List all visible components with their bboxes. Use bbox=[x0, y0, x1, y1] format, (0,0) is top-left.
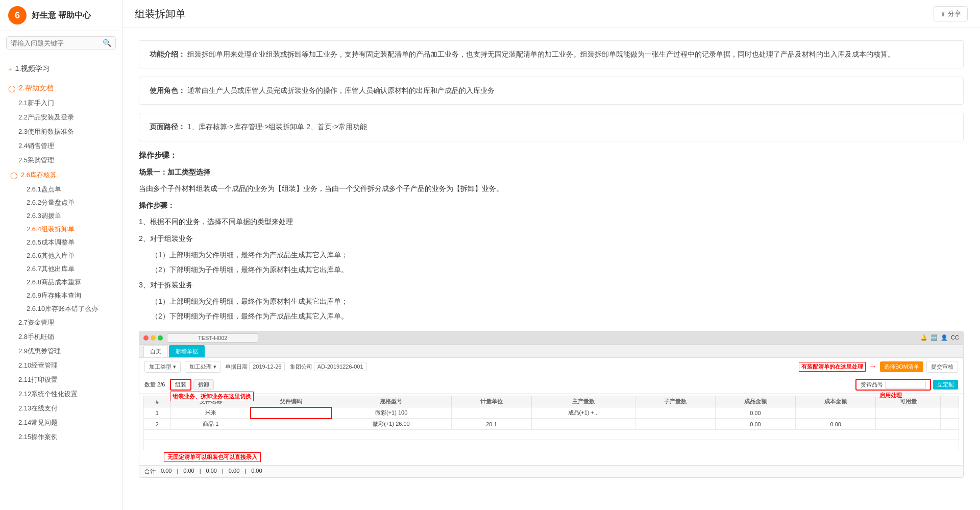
ss-th-main-qty: 主产量数 bbox=[531, 396, 635, 407]
ss-btn-submit[interactable]: 提交审核 bbox=[926, 361, 958, 373]
ss-annotation4: 无固定清单可以组装也可以直接录入 bbox=[164, 452, 261, 462]
ss-annotation3-area: 货帮品号 立定配 bbox=[855, 379, 958, 391]
ss-td-2-name: 商品 1 bbox=[170, 419, 251, 430]
ss-td-2-prodamt: 0.00 bbox=[715, 419, 795, 430]
scene1-desc: 当由多个子件材料组装成一个成品的业务为【组装】业务，当由一个父件拆分成多个子产品… bbox=[139, 182, 964, 196]
role-label: 使用角色： bbox=[150, 86, 185, 94]
sidebar-item-2-6-5[interactable]: 2.6.5成本调整单 bbox=[18, 236, 122, 249]
sidebar-item-2-6-6[interactable]: 2.6.6其他入库单 bbox=[18, 249, 122, 262]
ss-bottom-sep2: | bbox=[200, 468, 201, 475]
steps-header: 操作步骤： bbox=[139, 151, 964, 160]
sidebar-item-2-2[interactable]: 2.2产品安装及登录 bbox=[10, 110, 122, 125]
step3: 3、对于拆装业务 bbox=[139, 278, 964, 292]
share-button[interactable]: ⇧ 分享 bbox=[934, 6, 968, 21]
logo-icon: 6 bbox=[8, 6, 27, 25]
search-input[interactable] bbox=[11, 39, 103, 47]
sidebar-item-2-6[interactable]: ◯ 2.6库存核算 bbox=[10, 167, 122, 183]
ss-td-1-op bbox=[941, 407, 959, 419]
sidebar-item-2-11[interactable]: 2.11打印设置 bbox=[10, 373, 122, 387]
sidebar-item-docs[interactable]: ◯ 2.帮助文档 bbox=[0, 81, 122, 96]
ss-arrow-right: → bbox=[869, 362, 877, 371]
ss-th-op bbox=[941, 396, 959, 407]
ss-tab-list[interactable]: 自页 bbox=[143, 345, 168, 357]
sidebar-item-2-4[interactable]: 2.4销售管理 bbox=[10, 139, 122, 153]
ss-tab-new[interactable]: 新增单据 bbox=[169, 345, 205, 357]
sidebar-item-video[interactable]: + 1.视频学习 bbox=[0, 61, 122, 77]
sidebar-item-2-7[interactable]: 2.7资金管理 bbox=[10, 315, 122, 330]
minus-icon-2: ◯ bbox=[8, 85, 16, 92]
ss-th-cost-amt: 成本金额 bbox=[796, 396, 876, 407]
ss-btn-type[interactable]: 加工类型 ▾ bbox=[144, 361, 181, 373]
sidebar-item-2-13[interactable]: 2.13在线支付 bbox=[10, 401, 122, 416]
ss-td-1-num: 1 bbox=[144, 407, 171, 419]
intro-block: 功能介绍： 组装拆卸单用来处理企业组装或拆卸等加工业务，支持有固定装配清单的产品… bbox=[139, 40, 964, 68]
ss-td-empty-1 bbox=[144, 430, 959, 440]
sidebar-item-2-3[interactable]: 2.3使用前数据准备 bbox=[10, 125, 122, 139]
path-block: 页面路径： 1、库存核算->库存管理->组装拆卸单 2、首页->常用功能 bbox=[139, 113, 964, 141]
ss-bottom-row: 合计 0.00 | 0.00 | 0.00 | 0.00 | 0.00 bbox=[139, 465, 963, 477]
sidebar-item-2-15[interactable]: 2.15操作案例 bbox=[10, 430, 122, 444]
sidebar-item-2-6-9[interactable]: 2.6.9库存账本查询 bbox=[18, 289, 122, 302]
ss-url-bar: TEST-H002 bbox=[167, 333, 258, 343]
ss-window-bar: TEST-H002 🔔 🆕 👤 CC bbox=[139, 331, 963, 345]
sidebar-item-2-6-10[interactable]: 2.6.10库存账本错了么办 bbox=[18, 302, 122, 315]
sidebar-item-2-6-7[interactable]: 2.6.7其他出库单 bbox=[18, 262, 122, 276]
content-area: 功能介绍： 组装拆卸单用来处理企业组装或拆卸等加工业务，支持有固定装配清单的产品… bbox=[122, 28, 980, 510]
sidebar-item-label-1: 1.视频学习 bbox=[15, 64, 50, 74]
sidebar-item-2-8[interactable]: 2.8手机旺铺 bbox=[10, 330, 122, 344]
ss-td-1-name: 米米 bbox=[170, 407, 251, 419]
table-row: 1 米米 微彩(+1) 100 成品(+1) +... 0.00 bbox=[144, 407, 959, 419]
ss-startup-input[interactable] bbox=[885, 381, 926, 388]
ss-td-2-costamt: 0.00 bbox=[796, 419, 876, 430]
ss-type-dis[interactable]: 拆卸 bbox=[193, 379, 214, 390]
ss-td-1-subqty bbox=[635, 407, 715, 419]
sidebar-item-2-5[interactable]: 2.5采购管理 bbox=[10, 153, 122, 167]
ss-cc: CC bbox=[951, 334, 959, 341]
ss-td-1-costamt bbox=[796, 407, 876, 419]
sidebar-item-2-12[interactable]: 2.12系统个性化设置 bbox=[10, 387, 122, 401]
ss-type-org[interactable]: 组装 bbox=[170, 379, 191, 391]
ss-th-spec: 规格型号 bbox=[331, 396, 452, 407]
ss-icon-2: 🆕 bbox=[930, 334, 938, 341]
sidebar-item-2-6-4[interactable]: 2.6.4组装拆卸单 bbox=[18, 223, 122, 236]
step3-1: （1）上部明细为父件明细，最终作为原材料生成其它出库单； bbox=[151, 295, 964, 308]
sidebar-item-2-6-2[interactable]: 2.6.2分量盘点单 bbox=[18, 196, 122, 209]
ss-annotation3-label: 启用处理 bbox=[879, 392, 902, 399]
ss-th-sub-qty: 子产量数 bbox=[635, 396, 715, 407]
ss-td-2-mainqty bbox=[531, 419, 635, 430]
ss-td-1-prodamt: 0.00 bbox=[715, 407, 795, 419]
ss-table-body: 1 米米 微彩(+1) 100 成品(+1) +... 0.00 bbox=[144, 407, 959, 450]
ss-btn-process[interactable]: 加工处理 ▾ bbox=[185, 361, 221, 373]
ss-top-icons: 🔔 🆕 👤 CC bbox=[920, 334, 959, 341]
ss-group-val: AD-20191226-001 bbox=[314, 362, 367, 371]
steps-label: 操作步骤： bbox=[139, 199, 964, 212]
ss-table-header-row: # 父件名称 父件编码 规格型号 计量单位 主产量数 子产量数 成品金额 成本金… bbox=[144, 396, 959, 407]
ss-annotation2-area: 组装 拆卸 bbox=[170, 379, 214, 391]
ss-form-topbar: 加工类型 ▾ 加工处理 ▾ 单据日期 2019-12-26 集团公司 AD-20… bbox=[139, 358, 963, 376]
ss-td-1-code bbox=[251, 407, 331, 419]
ss-th-num: # bbox=[144, 396, 171, 407]
ss-td-2-subqty bbox=[635, 419, 715, 430]
step2: 2、对于组装业务 bbox=[139, 232, 964, 246]
sidebar-item-2-1[interactable]: 2.1新手入门 bbox=[10, 96, 122, 110]
ss-btn-select-bom[interactable]: 选择BOM清单 bbox=[880, 361, 923, 372]
page-title: 组装拆卸单 bbox=[135, 7, 186, 21]
ss-startup-btn[interactable]: 立定配 bbox=[933, 380, 958, 390]
ss-td-1-mainqty: 成品(+1) +... bbox=[531, 407, 635, 419]
sidebar-item-2-6-1[interactable]: 2.6.1盘点单 bbox=[18, 183, 122, 196]
sidebar-item-2-14[interactable]: 2.14常见问题 bbox=[10, 416, 122, 430]
sidebar-item-2-6-8[interactable]: 2.6.8商品成本重算 bbox=[18, 276, 122, 289]
sidebar-item-2-6-3[interactable]: 2.6.3调拨单 bbox=[18, 209, 122, 223]
sidebar-item-label-2: 2.帮助文档 bbox=[19, 84, 54, 93]
sidebar-item-2-9[interactable]: 2.9优惠券管理 bbox=[10, 344, 122, 358]
table-row bbox=[144, 430, 959, 440]
ss-td-2-spec: 微彩(+1) 26.00 bbox=[331, 419, 452, 430]
share-icon: ⇧ bbox=[940, 10, 946, 18]
sidebar-item-2-10[interactable]: 2.10经营管理 bbox=[10, 358, 122, 373]
nav-section-1: + 1.视频学习 bbox=[0, 59, 122, 79]
ss-bottom-val2: 0.00 bbox=[183, 468, 194, 475]
plus-icon-1: + bbox=[8, 65, 12, 73]
search-icon[interactable]: 🔍 bbox=[103, 39, 111, 47]
ss-table-wrap: # 父件名称 父件编码 规格型号 计量单位 主产量数 子产量数 成品金额 成本金… bbox=[139, 394, 963, 466]
ss-bottom-val3: 0.00 bbox=[206, 468, 217, 475]
